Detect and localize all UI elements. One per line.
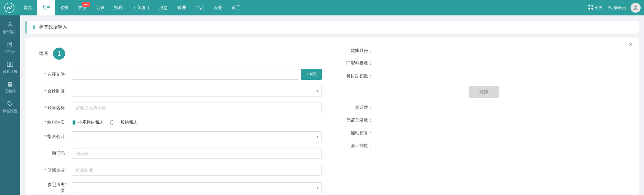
tax-type-small-radio[interactable] (72, 120, 76, 125)
sidebar: 全部客户 0申报 账套迁移 回收站 (0, 15, 20, 195)
sidebar-item-tags[interactable]: 标签设置 (0, 97, 20, 117)
sidebar-item-tags-label: 标签设置 (3, 109, 17, 114)
sidebar-item-trash[interactable]: 回收站 (0, 77, 20, 97)
sidebar-item-trash-label: 回收站 (5, 89, 16, 94)
svg-point-8 (9, 22, 11, 25)
sidebar-item-all-clients[interactable]: 全部客户 (0, 18, 20, 38)
subject-init-label: 科目期初数： (342, 73, 373, 79)
assigned-accountant-select-wrap (72, 131, 322, 142)
svg-rect-13 (10, 62, 13, 66)
history-year-label: 参照历史年度： (39, 182, 69, 194)
voucher-entries-label: 凭证分录数： (342, 117, 373, 123)
file-input[interactable] (72, 69, 299, 80)
form-body: 建账 1 * 选择文件： +浏览 (39, 48, 625, 195)
account-system-select[interactable]: 小企业会计准则 企业会计准则 行政事业单位 (72, 86, 322, 96)
nav-services[interactable]: 服务 (209, 0, 227, 15)
history-year-select-wrap (72, 182, 322, 193)
tax-type-radio-group: 小规模纳税人 一般纳税人 (72, 119, 322, 125)
member-btn[interactable]: 畅会员 (607, 5, 626, 11)
form-divider (332, 48, 332, 195)
topnav-right: 全屏 畅会员 (588, 3, 641, 13)
tax-type-small[interactable]: 小规模纳税人 (72, 119, 104, 125)
svg-point-1 (9, 7, 10, 9)
match-subject-row: 匹配科目数： (342, 60, 625, 66)
aux-calc-label: 辅助核算： (342, 130, 373, 136)
nav-operations[interactable]: 经营 (191, 0, 209, 15)
svg-rect-4 (588, 8, 590, 10)
step-circle: 1 (53, 48, 65, 60)
page-header: ⬆ 导爷数据导入 (26, 21, 639, 34)
nav-clients[interactable]: 客户 (37, 0, 55, 15)
tax-type-general-radio[interactable] (110, 120, 114, 125)
page-title: 导爷数据导入 (39, 24, 67, 30)
sidebar-item-migrate[interactable]: 账套迁移 (0, 58, 20, 77)
app-logo (3, 2, 15, 14)
browse-button[interactable]: +浏览 (301, 69, 322, 80)
account-book-input[interactable] (72, 103, 322, 113)
tax-type-small-label: 小规模纳税人 (78, 119, 104, 125)
nav-tax[interactable]: 报税 (109, 0, 128, 15)
form-left: 建账 1 * 选择文件： +浏览 (39, 48, 322, 195)
nav-fees[interactable]: 收费 (55, 0, 73, 15)
svg-rect-2 (588, 5, 590, 7)
nav-home[interactable]: 首页 (19, 0, 37, 15)
account-system-label: * 会计制度： (39, 88, 69, 94)
voucher-count-label: 凭证数： (342, 105, 373, 111)
voucher-count-row: 凭证数： (342, 105, 625, 111)
nav-items: 首页 客户 收费 票据 new 记账 报税 工商项目 消息 管理 经营 服务 设… (19, 0, 588, 15)
right-account-system-label: 会计制度： (342, 143, 373, 149)
step-container: 建账 1 (39, 48, 322, 62)
nav-bills[interactable]: 票据 new (73, 0, 91, 15)
history-year-select[interactable] (72, 182, 322, 193)
nav-settings[interactable]: 设置 (227, 0, 245, 15)
fullscreen-label: 全屏 (594, 5, 602, 11)
sidebar-item-declare[interactable]: 0申报 (0, 38, 20, 58)
nav-messages[interactable]: 消息 (154, 0, 172, 15)
subject-init-row: 科目期初数： (342, 73, 625, 79)
nav-business-project[interactable]: 工商项目 (128, 0, 154, 15)
file-row: +浏览 (72, 69, 322, 80)
account-book-row: * 账簿名称： (39, 103, 322, 113)
svg-rect-3 (591, 5, 593, 7)
create-account-button[interactable]: 建账 (469, 86, 499, 98)
assigned-accountant-label: * 指派会计： (39, 134, 69, 140)
company-label: * 所属企业： (39, 167, 69, 173)
create-month-row: 建账月份： (342, 48, 625, 54)
fullscreen-btn[interactable]: 全屏 (588, 5, 602, 11)
form-card: ✕ 建账 1 * 选择文件： (26, 38, 639, 195)
member-label: 畅会员 (614, 5, 626, 11)
memo-code-input[interactable] (72, 148, 322, 159)
sidebar-item-all-clients-label: 全部客户 (3, 29, 17, 35)
tax-type-row: * 纳税性质： 小规模纳税人 一般纳税人 (39, 119, 322, 125)
account-system-select-wrap: 小企业会计准则 企业会计准则 行政事业单位 (72, 86, 322, 96)
svg-point-7 (634, 5, 637, 8)
account-book-label: * 账簿名称： (39, 105, 69, 111)
tax-type-general-label: 一般纳税人 (116, 119, 138, 125)
nav-management[interactable]: 管理 (172, 0, 191, 15)
file-label: * 选择文件： (39, 71, 69, 77)
assigned-accountant-select[interactable] (72, 131, 322, 142)
step-label: 建账 (39, 51, 49, 57)
memo-code-label: 助记码： (39, 150, 69, 156)
top-navigation: 首页 客户 收费 票据 new 记账 报税 工商项目 消息 管理 经营 服务 设… (0, 0, 644, 15)
svg-point-6 (609, 7, 610, 8)
file-select-row: * 选择文件： +浏览 (39, 69, 322, 80)
right-account-system-row: 会计制度： (342, 143, 625, 149)
tax-type-general[interactable]: 一般纳税人 (110, 119, 138, 125)
sidebar-item-declare-label: 0申报 (5, 49, 15, 54)
assigned-accountant-row: * 指派会计： (39, 131, 322, 142)
content-area: ⬆ 导爷数据导入 ✕ 建账 1 (20, 15, 644, 195)
user-avatar[interactable] (631, 3, 641, 13)
memo-code-row: 助记码： (39, 148, 322, 159)
nav-bookkeeping[interactable]: 记账 (91, 0, 109, 15)
svg-rect-5 (591, 8, 593, 10)
match-subject-label: 匹配科目数： (342, 60, 373, 66)
step-number: 1 (57, 50, 61, 57)
form-right: 建账月份： 匹配科目数： 科目期初数： 建账 (342, 48, 625, 195)
close-button[interactable]: ✕ (628, 41, 633, 48)
create-month-label: 建账月份： (342, 48, 373, 54)
company-input[interactable] (72, 165, 322, 176)
voucher-entries-row: 凭证分录数： (342, 117, 625, 123)
main-layout: 全部客户 0申报 账套迁移 回收站 (0, 15, 644, 195)
company-row: * 所属企业： (39, 165, 322, 176)
